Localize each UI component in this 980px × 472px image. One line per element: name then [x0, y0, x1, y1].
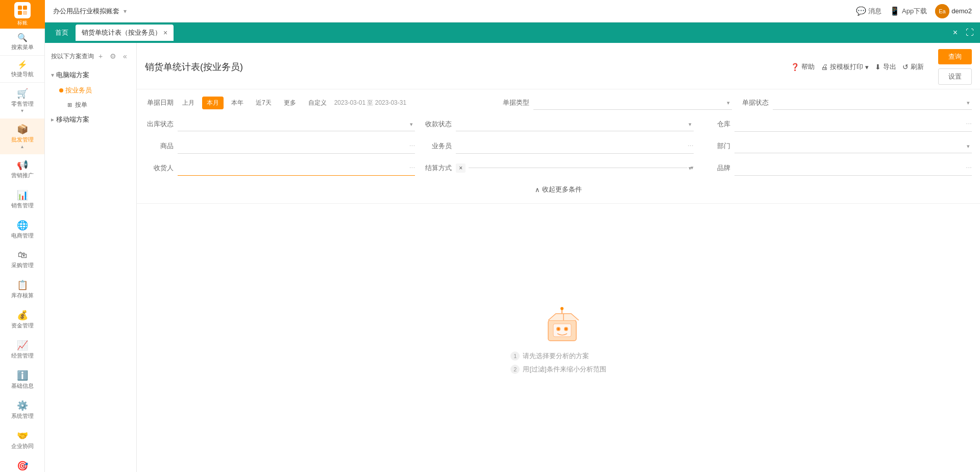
sidebar-item-collab[interactable]: 🤝 企业协同	[0, 425, 44, 455]
sidebar-item-label-ecom: 电商管理	[11, 232, 34, 240]
print-action[interactable]: 🖨 按模板打印 ▾	[821, 62, 869, 72]
system-icon: ⚙️	[17, 400, 28, 411]
date-btn-7days[interactable]: 近7天	[251, 97, 276, 109]
export-action[interactable]: ⬇ 导出	[875, 62, 896, 72]
filter-recipient: 收货人 ···	[145, 160, 415, 176]
tree-mobile-expand-icon: ▸	[51, 116, 54, 123]
date-btn-this-year[interactable]: 本年	[227, 97, 248, 109]
doc-type-label: 单据类型	[501, 98, 529, 107]
print-arrow-icon[interactable]: ▾	[865, 63, 869, 71]
shipment-select[interactable]	[178, 117, 415, 131]
sidebar-item-retail[interactable]: 🛒 零售管理 ▾	[0, 83, 44, 119]
sidebar-item-system[interactable]: ⚙️ 系统管理	[0, 395, 44, 425]
guide-icon: 🎯	[17, 460, 28, 471]
sidebar-item-mgmt[interactable]: 📈 经营管理	[0, 335, 44, 365]
filter-row-1: 单据日期 上月 本月 本年 近7天 更多 自定义 2023-03-01 至 20…	[145, 96, 972, 110]
sidebar-item-basic[interactable]: ℹ️ 基础信息	[0, 365, 44, 395]
sidebar-item-ecom[interactable]: 🌐 电商管理	[0, 215, 44, 245]
sidebar-item-guide[interactable]: 🎯 新手引导	[0, 455, 44, 472]
date-btn-custom[interactable]: 自定义	[304, 97, 331, 109]
staff-input[interactable]	[456, 138, 688, 152]
sidebar-item-label-sales: 销售管理	[11, 202, 34, 209]
tab-close-all-btn[interactable]: ×	[951, 26, 960, 39]
sidebar-item-wholesale[interactable]: 📦 批发管理 ▴	[0, 119, 44, 154]
query-button[interactable]: 查询	[938, 49, 972, 64]
collapse-icon: ∧	[535, 186, 540, 194]
date-label: 单据日期	[145, 98, 174, 107]
collapse-btn[interactable]: ∧ 收起更多条件	[145, 182, 972, 197]
svg-point-14	[560, 307, 564, 310]
messages-action[interactable]: 💬 消息	[856, 6, 881, 16]
recipient-dots-icon[interactable]: ···	[409, 163, 415, 171]
sidebar-item-finance[interactable]: 💰 资金管理	[0, 304, 44, 335]
tree-item-by-staff[interactable]: 按业务员	[53, 83, 136, 98]
settlement-tag: ×	[456, 163, 465, 173]
user-name: demo2	[951, 7, 972, 15]
sidebar-item-inventory[interactable]: 📋 库存核算	[0, 274, 44, 304]
dept-select[interactable]	[734, 139, 972, 153]
date-btn-last-month[interactable]: 上月	[178, 97, 199, 109]
sidebar-item-label-mgmt: 经营管理	[11, 352, 34, 360]
print-icon: 🖨	[821, 63, 828, 71]
app-download-action[interactable]: 📱 App下载	[890, 6, 927, 16]
refresh-action[interactable]: ↺ 刷新	[902, 62, 924, 72]
doc-status-select[interactable]	[773, 96, 972, 110]
top-header: 办公用品行业模拟账套 ▾ 💬 消息 📱 App下载 Ea demo2	[45, 0, 980, 22]
sidebar-item-marketing[interactable]: 📢 营销推广	[0, 154, 44, 184]
help-action[interactable]: ❓ 帮助	[791, 62, 815, 72]
svg-text:Ea: Ea	[939, 8, 946, 14]
tab-sales-stat[interactable]: 销货单统计表（按业务员） ×	[76, 25, 174, 41]
payment-select[interactable]	[456, 117, 693, 131]
tree-mobile-section[interactable]: ▸ 移动端方案	[45, 112, 136, 127]
empty-state-icon	[538, 302, 579, 343]
date-btn-more[interactable]: 更多	[279, 97, 301, 109]
sidebar-shortcut[interactable]: ⚡ 快捷导航	[0, 56, 44, 83]
content-area: 按以下方案查询 + ⚙ « ▾ 电脑端方案 按业务员	[45, 43, 980, 472]
date-btn-this-month[interactable]: 本月	[202, 97, 224, 109]
sidebar-item-label-purchase: 采购管理	[11, 262, 34, 269]
warehouse-input[interactable]	[734, 116, 966, 130]
filter-brand: 品牌 ···	[702, 160, 972, 176]
staff-dots-icon[interactable]: ···	[688, 141, 694, 149]
settings-scheme-btn[interactable]: ⚙	[108, 51, 118, 61]
sidebar-search[interactable]: 🔍 搜索菜单	[0, 29, 44, 56]
warehouse-dots-icon[interactable]: ···	[966, 119, 972, 127]
header-dropdown-icon[interactable]: ▾	[124, 8, 127, 15]
collapse-section: ∧ 收起更多条件	[145, 182, 972, 197]
search-icon: 🔍	[17, 33, 28, 42]
settlement-dropdown-icon[interactable]: ▾	[691, 164, 694, 171]
right-panel: 销货单统计表(按业务员) ❓ 帮助 🖨 按模板打印 ▾ ⬇ 导出	[137, 43, 980, 472]
filter-payment: 收款状态	[423, 117, 693, 131]
refresh-label: 刷新	[911, 62, 924, 72]
tab-expand-btn[interactable]: ⛶	[964, 26, 976, 39]
settings-button[interactable]: 设置	[938, 68, 972, 85]
sidebar-logo[interactable]: 标账	[0, 0, 45, 29]
add-scheme-btn[interactable]: +	[95, 51, 106, 61]
sidebar-item-purchase[interactable]: 🛍 采购管理	[0, 245, 44, 274]
filter-goods: 商品 ···	[145, 138, 415, 154]
goods-input[interactable]	[178, 138, 409, 152]
user-profile-action[interactable]: Ea demo2	[935, 4, 972, 18]
empty-tips: 1 请先选择要分析的方案 2 用[过滤]条件来缩小分析范围	[510, 351, 606, 374]
tree-subitem-by-doc[interactable]: ⊞ 按单	[61, 98, 136, 112]
empty-state: 1 请先选择要分析的方案 2 用[过滤]条件来缩小分析范围	[137, 204, 980, 472]
settlement-select-wrapper: × ▾	[456, 163, 693, 173]
sidebar-item-label-inventory: 库存核算	[11, 292, 34, 299]
settlement-tag-clear-btn[interactable]: ×	[459, 164, 462, 172]
sidebar-item-sales[interactable]: 📊 销售管理	[0, 184, 44, 215]
goods-dots-icon[interactable]: ···	[409, 141, 415, 149]
tab-home[interactable]: 首页	[49, 25, 75, 41]
left-panel-actions: + ⚙ «	[95, 51, 130, 61]
collapse-panel-btn[interactable]: «	[120, 51, 130, 61]
sidebar: 标账 🔍 搜索菜单 ⚡ 快捷导航 🛒 零售管理 ▾ 📦 批发管理 ▴ 📢 营销推…	[0, 0, 45, 472]
recipient-input[interactable]	[178, 160, 409, 174]
dept-select-wrapper	[734, 139, 972, 153]
doc-type-select[interactable]	[533, 96, 732, 110]
page-header-actions: ❓ 帮助 🖨 按模板打印 ▾ ⬇ 导出 ↺ 刷新	[791, 49, 972, 85]
brand-dots-icon[interactable]: ···	[966, 163, 972, 171]
brand-input[interactable]	[734, 160, 966, 174]
tree-desktop-section[interactable]: ▾ 电脑端方案	[45, 67, 136, 83]
filter-doc-type: 单据类型	[501, 96, 732, 110]
tab-close-icon[interactable]: ×	[163, 29, 167, 37]
ecom-icon: 🌐	[17, 220, 28, 231]
